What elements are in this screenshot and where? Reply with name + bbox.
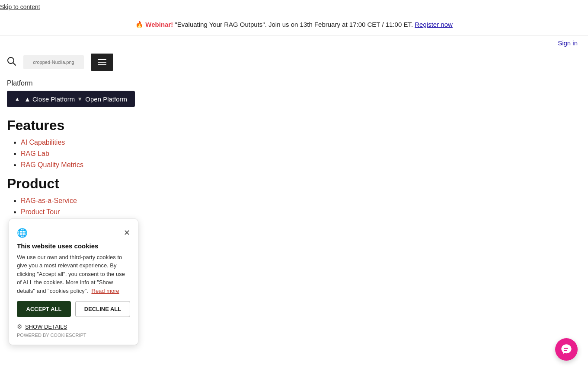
product-section: Product RAG-as-a-Service Product Tour	[7, 176, 581, 216]
features-heading: Features	[7, 117, 581, 133]
banner-text: "Evaluating Your RAG Outputs". Join us o…	[175, 21, 413, 28]
svg-line-1	[13, 63, 16, 65]
list-item: RAG Quality Metrics	[21, 161, 581, 169]
hamburger-button[interactable]	[91, 54, 113, 71]
ai-capabilities-link[interactable]: AI Capabilities	[21, 139, 65, 146]
webinar-banner: 🔥 Webinar! "Evaluating Your RAG Outputs"…	[0, 14, 588, 36]
webinar-label: Webinar!	[145, 21, 173, 28]
product-heading: Product	[7, 176, 581, 192]
open-platform-text: Open Platform	[85, 95, 127, 103]
skip-link[interactable]: Skip to content	[0, 0, 588, 14]
list-item: Product Tour	[21, 208, 581, 216]
logo: cropped-Nuclia.png	[23, 55, 84, 69]
list-item: RAG-as-a-Service	[21, 197, 581, 205]
toggle-separator: ▾	[78, 95, 82, 103]
platform-nav-label: Platform	[7, 74, 581, 91]
features-section: Features AI Capabilities RAG Lab RAG Qua…	[7, 117, 581, 169]
header: cropped-Nuclia.png	[0, 50, 588, 74]
close-platform-text: ▲ Close Platform	[24, 95, 75, 103]
search-icon[interactable]	[7, 57, 16, 68]
list-item: RAG Lab	[21, 150, 581, 158]
register-link[interactable]: Register now	[415, 21, 453, 28]
product-tour-link[interactable]: Product Tour	[21, 208, 60, 216]
product-list: RAG-as-a-Service Product Tour	[7, 197, 581, 216]
nav-menu: Platform ▲ ▲ Close Platform ▾ Open Platf…	[0, 74, 588, 216]
platform-toggle-button[interactable]: ▲ ▲ Close Platform ▾ Open Platform	[7, 91, 135, 107]
close-platform-arrow: ▲	[15, 96, 20, 102]
sign-in-link[interactable]: Sign in	[558, 39, 578, 47]
topbar: Sign in	[0, 36, 588, 50]
rag-as-a-service-link[interactable]: RAG-as-a-Service	[21, 197, 77, 204]
list-item: AI Capabilities	[21, 139, 581, 146]
cookie-banner: 🌐 ✕ This website uses cookies We use our…	[9, 219, 138, 223]
rag-quality-metrics-link[interactable]: RAG Quality Metrics	[21, 161, 83, 168]
rag-lab-link[interactable]: RAG Lab	[21, 150, 49, 157]
fire-emoji: 🔥	[135, 21, 144, 28]
features-list: AI Capabilities RAG Lab RAG Quality Metr…	[7, 139, 581, 169]
